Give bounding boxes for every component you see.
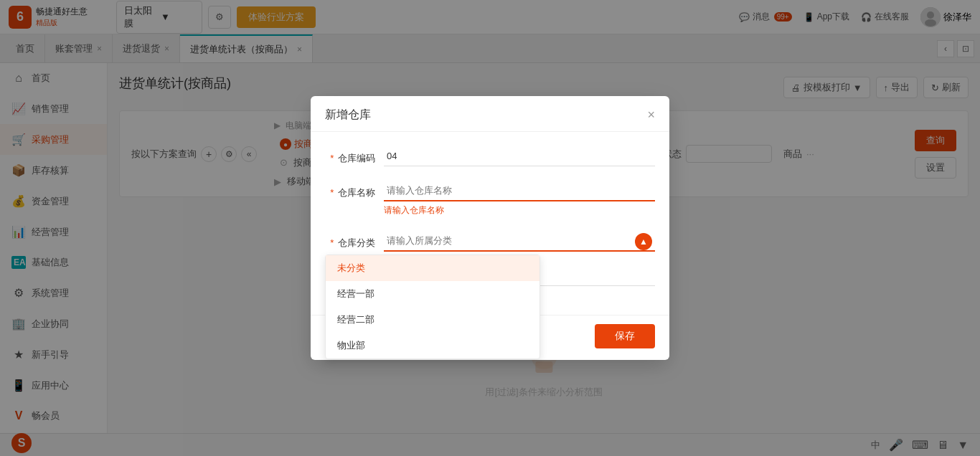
category-up-icon[interactable]: ▲ xyxy=(635,233,652,250)
code-label: * 仓库编码 xyxy=(325,146,375,165)
name-input-group: 请输入仓库名称 xyxy=(384,181,655,217)
dialog-overlay: 新增仓库 × * 仓库编码 * 仓库名称 请输入仓库名称 xyxy=(0,0,980,456)
name-input[interactable] xyxy=(384,181,655,201)
form-row-name: * 仓库名称 请输入仓库名称 xyxy=(325,181,655,217)
name-label: * 仓库名称 xyxy=(325,181,375,199)
category-input[interactable] xyxy=(384,231,655,252)
dialog-header: 新增仓库 × xyxy=(311,96,669,132)
save-button[interactable]: 保存 xyxy=(595,324,655,348)
dialog-body: * 仓库编码 * 仓库名称 请输入仓库名称 * xyxy=(311,132,669,315)
form-row-code: * 仓库编码 xyxy=(325,146,655,166)
dropdown-item-unclassified[interactable]: 未分类 xyxy=(326,255,540,281)
dropdown-item-dept2[interactable]: 经营二部 xyxy=(326,307,540,333)
category-input-wrap: ▲ 未分类 经营一部 经营二部 物业部 xyxy=(384,231,655,252)
dropdown-item-dept1[interactable]: 经营一部 xyxy=(326,281,540,307)
category-label: * 仓库分类 xyxy=(325,231,375,250)
code-input[interactable] xyxy=(384,146,655,166)
dialog-title: 新增仓库 xyxy=(325,108,371,123)
dialog-close-icon[interactable]: × xyxy=(647,108,655,123)
name-error-message: 请输入仓库名称 xyxy=(384,204,655,217)
dropdown-item-property[interactable]: 物业部 xyxy=(326,333,540,358)
category-dropdown: 未分类 经营一部 经营二部 物业部 xyxy=(325,255,540,359)
form-row-category: * 仓库分类 ▲ 未分类 经营一部 经营二部 物业部 xyxy=(325,231,655,252)
add-warehouse-dialog: 新增仓库 × * 仓库编码 * 仓库名称 请输入仓库名称 xyxy=(311,96,669,360)
